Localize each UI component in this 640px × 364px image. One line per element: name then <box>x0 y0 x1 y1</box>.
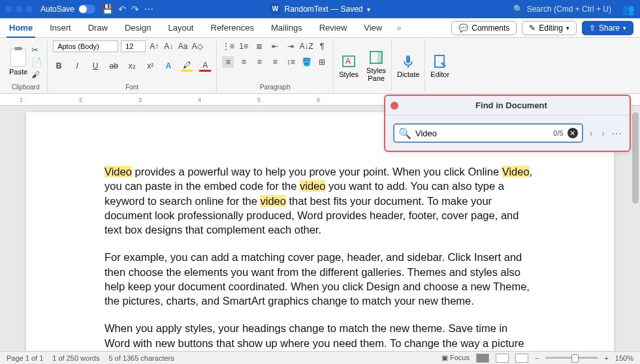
document-text[interactable]: video <box>300 180 325 192</box>
tab-home[interactable]: Home <box>7 18 35 38</box>
clear-icon[interactable]: ✕ <box>568 128 578 138</box>
tab-insert[interactable]: Insert <box>47 18 74 38</box>
tell-me-search[interactable]: 🔍 Search (Cmd + Ctrl + U) <box>513 5 611 14</box>
save-icon[interactable]: 💾 <box>102 4 113 14</box>
window-traffic-lights[interactable] <box>5 6 33 12</box>
document-text[interactable]: provides a powerful way to help you prov… <box>132 166 502 177</box>
teams-icon[interactable]: 👥 <box>622 3 635 16</box>
svg-rect-3 <box>377 52 382 63</box>
share-button[interactable]: ⇧Share▾ <box>582 21 633 35</box>
sort-icon[interactable]: A↓Z <box>300 40 312 52</box>
group-label-font: Font <box>53 83 211 92</box>
increase-indent-icon[interactable]: ⇥ <box>285 40 296 52</box>
format-painter-icon[interactable]: 🖌 <box>31 70 42 80</box>
search-icon: 🔍 <box>513 5 523 14</box>
decrease-font-icon[interactable]: A↓ <box>163 40 174 52</box>
align-right-icon[interactable]: ≡ <box>253 56 265 68</box>
search-placeholder: Search (Cmd + Ctrl + U) <box>527 5 611 14</box>
tab-review[interactable]: Review <box>317 18 350 38</box>
styles-pane-button[interactable]: Styles Pane <box>366 50 386 82</box>
quick-access-toolbar: 💾 ↶ ↷ ⋯ <box>102 4 153 14</box>
group-paragraph: ⋮≡ 1≡ ≣ ⇤ ⇥ A↓Z ¶ ≡ ≡ ≡ ≡ ↕≡ 🪣 ⊞ Paragra… <box>217 40 334 92</box>
toggle-icon[interactable] <box>78 5 95 14</box>
document-text[interactable]: Video <box>502 166 530 177</box>
tab-draw[interactable]: Draw <box>86 18 110 38</box>
autosave-toggle[interactable]: AutoSave <box>40 5 95 14</box>
decrease-indent-icon[interactable]: ⇤ <box>269 40 281 52</box>
document-title[interactable]: W RandomText — Saved ▾ <box>270 4 370 14</box>
paragraph-marks-icon[interactable]: ¶ <box>316 40 328 52</box>
find-input-wrap: 🔍 0/5 ✕ <box>393 123 583 143</box>
undo-icon[interactable]: ↶ <box>118 4 126 14</box>
document-text[interactable]: For example, you can add a matching cove… <box>104 251 530 307</box>
tab-layout[interactable]: Layout <box>165 18 196 38</box>
borders-icon[interactable]: ⊞ <box>316 56 328 68</box>
clear-format-icon[interactable]: A◇ <box>191 40 203 52</box>
tab-view[interactable]: View <box>361 18 385 38</box>
cut-icon[interactable]: ✂ <box>31 45 42 55</box>
shading-icon[interactable]: 🪣 <box>300 56 312 68</box>
more-icon[interactable]: ⋯ <box>144 4 153 14</box>
tab-overflow-icon[interactable]: » <box>396 23 401 33</box>
tab-mailings[interactable]: Mailings <box>268 18 305 38</box>
zoom-out-icon[interactable]: − <box>535 354 539 362</box>
document-text[interactable]: video <box>260 195 285 207</box>
focus-mode-button[interactable]: ▣ Focus <box>441 354 470 362</box>
editor-button[interactable]: Editor <box>430 53 449 78</box>
font-size-select[interactable] <box>121 40 146 52</box>
find-input[interactable] <box>415 129 549 138</box>
copy-icon[interactable]: 📄 <box>31 57 42 67</box>
print-layout-view-icon[interactable] <box>476 354 489 363</box>
redo-icon[interactable]: ↷ <box>131 4 139 14</box>
bullets-icon[interactable]: ⋮≡ <box>222 40 234 52</box>
bold-button[interactable]: B <box>53 60 65 72</box>
find-options-icon[interactable]: ⋯ <box>611 127 622 140</box>
zoom-level[interactable]: 150% <box>615 354 633 362</box>
char-count[interactable]: 5 of 1365 characters <box>108 354 174 362</box>
chevron-down-icon[interactable]: ▾ <box>367 6 370 13</box>
line-spacing-icon[interactable]: ↕≡ <box>285 56 296 68</box>
web-layout-view-icon[interactable] <box>496 354 509 363</box>
group-editor: Editor <box>425 40 455 92</box>
subscript-button[interactable]: x₂ <box>126 60 138 72</box>
font-name-select[interactable] <box>53 40 118 52</box>
align-center-icon[interactable]: ≡ <box>238 56 249 68</box>
group-label-dictate <box>397 91 419 92</box>
multilevel-list-icon[interactable]: ≣ <box>253 40 265 52</box>
next-result-icon[interactable]: › <box>601 128 605 138</box>
superscript-button[interactable]: x² <box>144 60 156 72</box>
increase-font-icon[interactable]: A↑ <box>148 40 160 52</box>
tab-references[interactable]: References <box>208 18 257 38</box>
strikethrough-button[interactable]: ab <box>108 60 120 72</box>
styles-button[interactable]: A Styles <box>339 53 359 78</box>
group-label-editor <box>430 91 449 92</box>
dictate-button[interactable]: Dictate <box>397 53 419 78</box>
font-color-icon[interactable]: A <box>199 60 211 72</box>
vertical-scrollbar[interactable] <box>631 106 640 351</box>
document-text[interactable]: Video <box>104 166 132 177</box>
text-effects-icon[interactable]: A <box>163 60 174 72</box>
tab-design[interactable]: Design <box>122 18 153 38</box>
paste-button[interactable]: Paste <box>9 48 27 76</box>
close-icon[interactable] <box>391 102 398 110</box>
highlight-icon[interactable]: 🖍 <box>181 60 193 72</box>
outline-view-icon[interactable] <box>515 354 528 363</box>
justify-icon[interactable]: ≡ <box>269 56 281 68</box>
change-case-icon[interactable]: Aa <box>177 40 189 52</box>
numbering-icon[interactable]: 1≡ <box>238 40 249 52</box>
italic-button[interactable]: I <box>71 60 83 72</box>
chevron-down-icon: ▾ <box>623 25 626 31</box>
comments-button[interactable]: 💬Comments <box>451 21 517 35</box>
word-count[interactable]: 1 of 250 words <box>52 354 99 362</box>
align-left-icon[interactable]: ≡ <box>222 56 234 68</box>
prev-result-icon[interactable]: ‹ <box>590 128 593 138</box>
zoom-in-icon[interactable]: + <box>604 354 608 362</box>
editing-mode-button[interactable]: ✎Editing▾ <box>522 21 577 35</box>
page-indicator[interactable]: Page 1 of 1 <box>7 354 43 362</box>
zoom-slider[interactable] <box>545 357 598 359</box>
underline-button[interactable]: U <box>89 60 101 72</box>
document-canvas: 1 2 3 4 5 6 Video provides a powerful wa… <box>0 94 640 351</box>
document-text[interactable]: When you apply styles, your headings cha… <box>104 322 524 351</box>
svg-rect-6 <box>435 55 444 67</box>
clipboard-icon <box>10 48 26 67</box>
